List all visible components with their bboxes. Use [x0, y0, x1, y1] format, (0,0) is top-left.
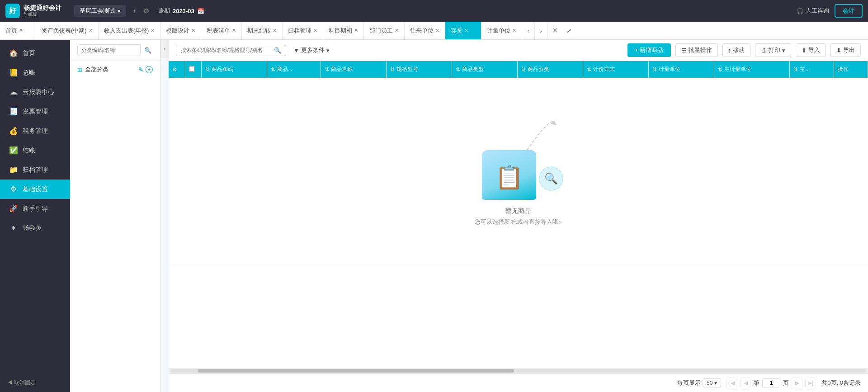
sidebar-item-cloud-report[interactable]: ☁ 云报表中心: [0, 82, 70, 102]
tab-close-all-btn[interactable]: ✕: [547, 22, 562, 39]
tab-nav-prev[interactable]: ‹: [522, 22, 535, 39]
panel-collapse-btn[interactable]: ‹: [160, 40, 169, 58]
tab-tax-list[interactable]: 税表清单 ✕: [201, 22, 242, 39]
move-btn[interactable]: ↕ 移动: [722, 43, 751, 57]
classify-add-icon[interactable]: +: [146, 66, 153, 73]
tab-close-icon[interactable]: ✕: [232, 28, 236, 33]
sidebar-item-guide[interactable]: 🚀 新手引导: [0, 199, 70, 218]
th-type[interactable]: ⇅ 商品类型: [452, 61, 518, 78]
headset-icon: 🎧: [797, 8, 804, 14]
classify-icons: ✎ +: [138, 66, 153, 73]
tab-balance-sheet[interactable]: 资产负债表(中期) ✕: [36, 22, 99, 39]
tab-close-icon[interactable]: ✕: [435, 28, 439, 33]
select-all-checkbox[interactable]: [189, 66, 195, 72]
sidebar-item-checkout[interactable]: ✅ 结账: [0, 141, 70, 160]
tab-close-icon[interactable]: ✕: [191, 28, 195, 33]
tab-close-icon[interactable]: ✕: [313, 28, 317, 33]
tab-close-icon[interactable]: ✕: [151, 28, 155, 33]
sidebar-item-tax[interactable]: 💰 税务管理: [0, 121, 70, 141]
page-first-btn[interactable]: |◀: [726, 378, 737, 388]
tab-unit[interactable]: 计量单位 ✕: [481, 22, 522, 39]
col-sort-icon: ⇅: [521, 66, 526, 73]
account-button[interactable]: 会计: [835, 4, 863, 18]
sidebar-unpin-btn[interactable]: ◀ 取消固定: [0, 373, 70, 392]
sidebar-item-ledger[interactable]: 📒 总账: [0, 63, 70, 82]
classify-all-item[interactable]: ⊞ 全部分类 ✎ +: [70, 61, 160, 78]
scrollbar-track: [170, 369, 866, 373]
page-number-input[interactable]: [762, 378, 780, 387]
tab-period-transfer[interactable]: 期末结转 ✕: [242, 22, 283, 39]
th-label: 商品类型: [462, 66, 484, 73]
tab-close-icon[interactable]: ✕: [395, 28, 399, 33]
tab-nav-next[interactable]: ›: [535, 22, 547, 39]
sidebar-label: 发票管理: [23, 108, 48, 116]
tab-close-icon[interactable]: ✕: [89, 28, 93, 33]
scrollbar-thumb[interactable]: [198, 369, 514, 373]
print-dropdown-icon: ▾: [782, 47, 785, 54]
classify-search-icon[interactable]: 🔍: [144, 47, 151, 54]
page-next-btn[interactable]: ▶: [792, 378, 802, 388]
sidebar-item-archive[interactable]: 📁 归档管理: [0, 160, 70, 179]
batch-operation-btn[interactable]: ☰ 批量操作: [675, 43, 718, 57]
sidebar-item-basic-settings[interactable]: ⚙ 基础设置: [0, 179, 70, 199]
more-filter-btn[interactable]: ▼ 更多条件 ▾: [290, 44, 333, 56]
tab-archive[interactable]: 归档管理 ✕: [283, 22, 323, 39]
sidebar-label: 新手引导: [23, 205, 48, 213]
th-barcode[interactable]: ⇅ 商品条码: [201, 61, 267, 78]
th-category[interactable]: ⇅ 商品分类: [518, 61, 583, 78]
page-last-btn[interactable]: ▶|: [805, 378, 816, 388]
tab-close-icon[interactable]: ✕: [273, 28, 277, 33]
add-product-btn[interactable]: + 新增商品: [627, 43, 670, 57]
tab-inventory[interactable]: 存货 ✕: [445, 22, 481, 39]
print-btn[interactable]: 🖨 打印 ▾: [755, 43, 791, 57]
filter-dropdown-icon: ▾: [326, 47, 330, 54]
tab-expand-btn[interactable]: ⤢: [562, 22, 576, 39]
add-company-icon[interactable]: ＋: [132, 7, 137, 15]
th-settings[interactable]: ⚙: [169, 61, 185, 78]
tab-close-icon[interactable]: ✕: [512, 28, 516, 33]
th-unit[interactable]: ⇅ 计量单位: [649, 61, 714, 78]
tab-dept-staff[interactable]: 部门员工 ✕: [364, 22, 405, 39]
th-pricing[interactable]: ⇅ 计价方式: [583, 61, 649, 78]
table-wrap: ⚙ ⇅ 商品条码: [169, 61, 868, 368]
page-size-dropdown[interactable]: 50 ▾: [703, 378, 721, 387]
product-search-input[interactable]: [181, 47, 271, 53]
empty-desc: 您可以选择新增,或者直接导入哦~: [475, 218, 562, 226]
th-checkbox[interactable]: [185, 61, 201, 78]
export-btn[interactable]: ⬇ 导出: [830, 43, 861, 57]
page-prev-btn[interactable]: ◀: [740, 378, 751, 388]
total-records: 共0页, 0条记录: [821, 379, 861, 387]
import-btn[interactable]: ⬆ 导入: [796, 43, 826, 57]
th-main-unit[interactable]: ⇅ 主计量单位: [714, 61, 790, 78]
th-extra[interactable]: ⇅ 主...: [790, 61, 834, 78]
sidebar-item-vip[interactable]: ♦ 畅会员: [0, 218, 70, 237]
calendar-icon[interactable]: 📅: [197, 8, 204, 14]
company-selector[interactable]: 基层工会测试 ▾: [74, 5, 126, 17]
settings-gear-icon[interactable]: ⚙: [143, 7, 149, 15]
sidebar-item-invoice[interactable]: 🧾 发票管理: [0, 102, 70, 121]
content-inner: 🔍 ⊞ 全部分类 ✎ + ‹: [70, 40, 868, 392]
tab-close-icon[interactable]: ✕: [19, 28, 23, 33]
sidebar-item-home[interactable]: 🏠 首页: [0, 43, 70, 63]
tab-close-icon[interactable]: ✕: [354, 28, 358, 33]
ledger-icon: 📒: [9, 68, 18, 77]
classify-search-input[interactable]: [77, 44, 141, 56]
tab-template[interactable]: 模版设计 ✕: [160, 22, 201, 39]
tab-counterpart[interactable]: 往来单位 ✕: [405, 22, 445, 39]
tab-home[interactable]: 首页 ✕: [0, 22, 36, 39]
tab-close-icon[interactable]: ✕: [464, 28, 468, 33]
classify-edit-icon[interactable]: ✎: [138, 66, 144, 73]
consult-button[interactable]: 🎧 人工咨询: [797, 7, 829, 15]
th-name[interactable]: ⇅ 商品名称: [321, 61, 386, 78]
horizontal-scrollbar[interactable]: [169, 368, 868, 373]
column-settings-icon[interactable]: ⚙: [172, 66, 177, 73]
th-spec[interactable]: ⇅ 规格型号: [386, 61, 452, 78]
tab-income[interactable]: 收入支出表(年报) ✕: [99, 22, 161, 39]
action-right: + 新增商品 ☰ 批量操作 ↕ 移动 🖨 打印 ▾: [627, 43, 861, 57]
th-code[interactable]: ⇅ 商品...: [267, 61, 321, 78]
tab-subject-init[interactable]: 科目期初 ✕: [323, 22, 364, 39]
filter-label: 更多条件: [301, 46, 325, 54]
product-search-icon[interactable]: 🔍: [274, 47, 281, 54]
empty-row: 📋 🔍 暂无商品 您可以选择新增,或者直接: [169, 78, 868, 267]
th-label: 计价方式: [593, 66, 615, 73]
